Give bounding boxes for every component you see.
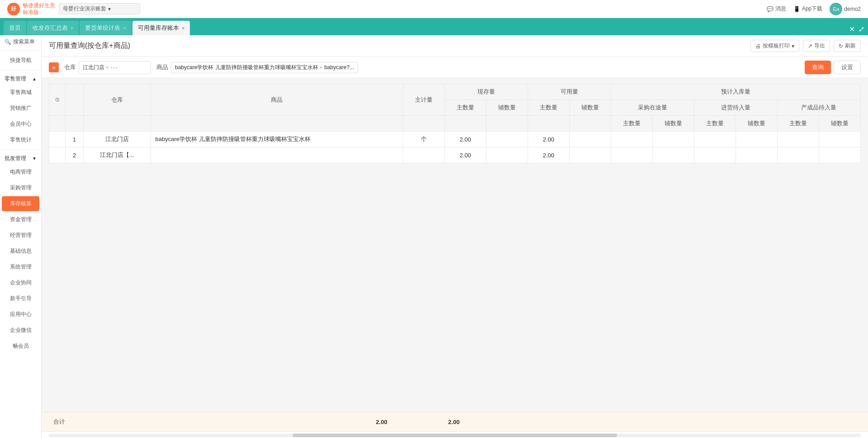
main-layout: 🔍 搜索菜单 快捷导航 零售管理 ▲ 零售商城 营销推广 会员中心 零售统计 批… — [0, 35, 868, 439]
warehouse-tag: 江北门店 × — [83, 64, 108, 71]
th-current-aux: 辅数量 — [486, 100, 528, 116]
th-group-available: 可用量 — [528, 84, 611, 100]
cell-current-main: 2.00 — [444, 132, 486, 147]
sidebar-item-purchase[interactable]: 采购管理 — [2, 180, 39, 195]
product-tag-1-close[interactable]: × — [320, 65, 322, 70]
warehouse-filter-input[interactable]: 江北门店 × ··· — [79, 61, 151, 74]
th-incoming-main: 主数量 — [694, 116, 736, 132]
page-header-actions: 🖨 按模板打印 ▾ ↗ 导出 ↻ 刷新 — [750, 40, 861, 57]
sidebar-item-app-center[interactable]: 应用中心 — [2, 307, 39, 322]
sidebar-item-ops[interactable]: 经营管理 — [2, 228, 39, 243]
refresh-btn[interactable]: ↻ 刷新 — [834, 40, 861, 52]
th-product-title: 产成品待入量 — [777, 100, 860, 116]
sidebar-item-member[interactable]: 会员中心 — [2, 117, 39, 132]
minimize-icon[interactable]: ⤢ — [859, 25, 864, 33]
cell-incoming-aux — [736, 132, 777, 147]
settings-btn[interactable]: 设置 — [834, 61, 861, 74]
print-btn[interactable]: 🖨 按模板打印 ▾ — [750, 40, 799, 52]
scroll-track[interactable] — [49, 434, 861, 437]
warehouse-tag-close[interactable]: × — [106, 65, 108, 70]
sidebar-item-quick-nav[interactable]: 快捷导航 — [2, 53, 39, 68]
sidebar-item-new-guide[interactable]: 新手引导 — [2, 291, 39, 306]
filter-expand-btn[interactable]: » — [49, 62, 59, 72]
sidebar-item-retail-stats[interactable]: 零售统计 — [2, 132, 39, 147]
cell-purchase-aux — [652, 132, 694, 147]
search-icon: 🔍 — [5, 39, 11, 45]
footer-current-main: 2.00 — [363, 419, 400, 425]
sidebar: 🔍 搜索菜单 快捷导航 零售管理 ▲ 零售商城 营销推广 会员中心 零售统计 批… — [0, 35, 42, 439]
sidebar-item-finance[interactable]: 资金管理 — [2, 212, 39, 227]
nav-tab-actions: ✕ ⤢ — [849, 25, 864, 35]
settings-icon[interactable]: ⚙ — [55, 96, 60, 103]
cell-purchase-aux — [652, 147, 694, 163]
table-footer: 合计 2.00 2.00 — [42, 412, 868, 431]
th-product-main: 主数量 — [777, 116, 819, 132]
sidebar-item-ecom[interactable]: 电商管理 — [2, 165, 39, 179]
top-bar: 好 畅捷通好生意 标准版 母婴行业演示账套 ▾ 💬 消息 📱 App下载 Ea … — [0, 0, 868, 18]
sidebar-divider-3 — [0, 150, 41, 150]
th-settings[interactable]: ⚙ — [49, 84, 66, 116]
logo-text: 畅捷通好生意 标准版 — [23, 2, 55, 15]
cell-main-unit: 个 — [403, 132, 444, 147]
cell-current-aux — [486, 147, 528, 163]
cell-settings — [49, 132, 66, 147]
export-icon: ↗ — [808, 43, 812, 49]
app-icon: 📱 — [793, 6, 800, 12]
th-purchase-title: 采购在途量 — [611, 100, 694, 116]
sidebar-item-corp-collab[interactable]: 企业协同 — [2, 275, 39, 290]
cell-current-aux — [486, 132, 528, 147]
sidebar-item-corp-wechat[interactable]: 企业微信 — [2, 323, 39, 338]
content-area: 可用量查询(按仓库+商品) 🖨 按模板打印 ▾ ↗ 导出 ↻ 刷新 » — [42, 35, 868, 439]
tab-close-icon[interactable]: × — [182, 25, 184, 31]
sidebar-divider-1 — [0, 50, 41, 51]
sidebar-group-wholesale[interactable]: 批发管理 ▼ — [0, 152, 41, 164]
th-product: 商品 — [151, 84, 403, 116]
app-download-btn[interactable]: 📱 App下载 — [793, 5, 822, 13]
search-menu-btn[interactable]: 🔍 搜索菜单 — [0, 35, 41, 48]
sidebar-item-vip[interactable]: 畅会员 — [2, 339, 39, 354]
cell-avail-aux — [569, 132, 611, 147]
footer-label: 合计 — [49, 416, 70, 428]
tab-home[interactable]: 首页 — [4, 21, 26, 35]
org-selector[interactable]: 母婴行业演示账套 ▾ — [59, 3, 140, 14]
tab-order-stats[interactable]: 要货单统计表 × — [80, 21, 131, 35]
table-row: 2 江北门店【... 2.00 2.00 — [49, 147, 861, 163]
sidebar-item-basic-info[interactable]: 基础信息 — [2, 244, 39, 259]
th-group-current: 现存量 — [444, 84, 528, 100]
cell-product — [151, 147, 403, 163]
query-btn[interactable]: 查询 — [805, 61, 831, 74]
sidebar-item-inventory[interactable]: 库存核算 — [2, 196, 39, 211]
table-container: ⚙ 仓库 商品 主计量 现存量 — [42, 78, 868, 412]
sidebar-divider-2 — [0, 70, 41, 71]
scroll-thumb[interactable] — [292, 434, 617, 437]
th-purchase-main: 主数量 — [611, 116, 652, 132]
tab-close-icon[interactable]: × — [123, 25, 126, 31]
export-btn[interactable]: ↗ 导出 — [803, 40, 830, 52]
tab-receive-summary[interactable]: 收发存汇总表 × — [27, 21, 79, 35]
th-incoming-title: 进货待入量 — [694, 100, 777, 116]
close-window-icon[interactable]: ✕ — [849, 25, 855, 33]
tab-available-inventory[interactable]: 可用量库存账本 × — [132, 21, 190, 35]
cell-main-unit — [403, 147, 444, 163]
sidebar-item-sys-mgmt[interactable]: 系统管理 — [2, 260, 39, 274]
sidebar-item-retail-mall[interactable]: 零售商城 — [2, 85, 39, 100]
th-no — [66, 84, 84, 116]
sidebar-item-marketing[interactable]: 营销推广 — [2, 101, 39, 116]
th-avail-aux: 辅数量 — [569, 100, 611, 116]
message-btn[interactable]: 💬 消息 — [767, 5, 786, 13]
sidebar-group-retail[interactable]: 零售管理 ▲ — [0, 72, 41, 85]
cell-product-main — [777, 132, 819, 147]
product-filter-input[interactable]: babycare学饮杯 儿童防摔防撞吸管杯重力球吸嘴杯宝宝水杯 × babyca… — [171, 62, 358, 73]
chevron-down-icon: ▼ — [32, 156, 37, 161]
tab-close-icon[interactable]: × — [71, 25, 73, 31]
cell-purchase-main — [611, 132, 652, 147]
cell-incoming-main — [694, 147, 736, 163]
cell-warehouse: 江北门店 — [84, 132, 151, 147]
refresh-icon: ↻ — [839, 43, 843, 49]
logo-icon: 好 — [7, 3, 20, 15]
user-menu[interactable]: Ea demo2 — [830, 3, 861, 15]
warehouse-more-icon[interactable]: ··· — [110, 63, 117, 72]
top-bar-right: 💬 消息 📱 App下载 Ea demo2 — [767, 3, 861, 15]
th-current-main: 主数量 — [444, 100, 486, 116]
th-main-unit: 主计量 — [403, 84, 444, 116]
